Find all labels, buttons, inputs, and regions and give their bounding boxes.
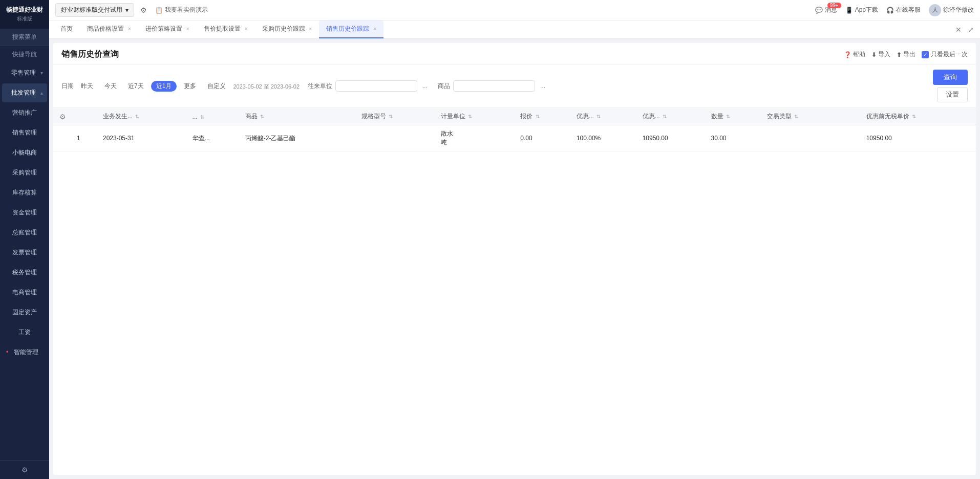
table-header-row: ⚙ 业务发生... ⇅ ... ⇅ 商品 ⇅ xyxy=(53,108,976,125)
message-button[interactable]: 💬 消息 99+ xyxy=(815,6,837,14)
sidebar-item-marketing[interactable]: 营销推广 xyxy=(2,103,47,122)
col-trade-type[interactable]: 交易类型 ⇅ xyxy=(762,108,841,125)
sidebar-quick-nav[interactable]: 快捷导航 xyxy=(0,46,49,63)
sort-icon-price: ⇅ xyxy=(536,114,540,119)
help-icon: ❓ xyxy=(844,51,851,58)
app-download-button[interactable]: 📱 App下载 xyxy=(845,6,878,14)
import-button[interactable]: ⬇ 导入 xyxy=(871,50,890,59)
tab-home[interactable]: 首页 xyxy=(53,20,80,38)
demo-icon: 📋 xyxy=(155,7,163,14)
sidebar-item-invoice[interactable]: 发票管理 xyxy=(2,243,47,262)
topbar-settings-icon[interactable]: ⚙ xyxy=(138,4,149,16)
content-area: 销售历史价查询 ❓ 帮助 ⬇ 导入 ⬆ 导出 ✓ 只看最后一次 xyxy=(53,43,976,475)
help-button[interactable]: ❓ 帮助 xyxy=(844,50,865,59)
date-filter-group: 日期 昨天 今天 近7天 近1月 更多 自定义 2023-05-02 至 202… xyxy=(61,81,300,92)
tab-price[interactable]: 商品价格设置 × xyxy=(80,20,138,38)
col-discount1[interactable]: 优惠... ⇅ xyxy=(571,108,637,125)
sidebar-item-assets[interactable]: 固定资产 xyxy=(2,303,47,322)
only-last-checkbox[interactable]: ✓ xyxy=(922,51,929,58)
date-btn-last1m[interactable]: 近1月 xyxy=(151,81,177,92)
from-unit-input[interactable] xyxy=(335,80,417,92)
sidebar-item-inventory[interactable]: 库存核算 xyxy=(2,183,47,202)
filter-settings-button[interactable]: 设置 xyxy=(937,87,968,102)
sidebar-item-purchase[interactable]: 采购管理 xyxy=(2,163,47,182)
col-biz-date[interactable]: 业务发生... ⇅ xyxy=(98,108,187,125)
tab-purchase-history[interactable]: 采购历史价跟踪 × xyxy=(255,20,319,38)
date-btn-today[interactable]: 今天 xyxy=(100,81,121,92)
page-actions: ❓ 帮助 ⬇ 导入 ⬆ 导出 ✓ 只看最后一次 xyxy=(844,50,968,59)
date-btn-more[interactable]: 更多 xyxy=(180,81,200,92)
sidebar-item-sales[interactable]: 销售管理 xyxy=(2,123,47,142)
row-discount2: 10950.00 xyxy=(637,125,706,151)
settings-icon[interactable]: ⚙ xyxy=(22,466,28,474)
date-btn-last7[interactable]: 近7天 xyxy=(124,81,148,92)
sidebar-item-retail[interactable]: 零售管理 ▾ xyxy=(2,63,47,82)
chevron-icon-wholesale: ▴ xyxy=(40,90,43,96)
user-menu[interactable]: 人 徐泽华修改 xyxy=(929,4,974,16)
col-pretax-price[interactable]: 优惠前无税单价 ⇅ xyxy=(861,108,976,125)
sidebar-item-finance[interactable]: 资金管理 xyxy=(2,203,47,222)
date-btn-yesterday[interactable]: 昨天 xyxy=(77,81,97,92)
table-gear-icon[interactable]: ⚙ xyxy=(59,113,66,121)
tab-close-sales-history[interactable]: × xyxy=(373,26,376,32)
row-biz-date: 2023-05-31 xyxy=(98,125,187,151)
sort-icon-quantity: ⇅ xyxy=(726,114,730,119)
sidebar-item-wholesale[interactable]: 批发管理 ▴ xyxy=(2,83,47,102)
sidebar: 畅捷通好业财 标准版 搜索菜单 快捷导航 零售管理 ▾ 批发管理 ▴ 营销推广 … xyxy=(0,0,49,479)
only-last-toggle[interactable]: ✓ 只看最后一次 xyxy=(922,50,968,59)
tab-close-purchase-history[interactable]: × xyxy=(309,26,312,32)
tab-close-sale-extract[interactable]: × xyxy=(245,26,248,32)
date-btn-custom[interactable]: 自定义 xyxy=(203,81,230,92)
chevron-icon-retail: ▾ xyxy=(40,70,43,76)
table-row: 1 2023-05-31 华查... 丙烯酸-2-乙基己酯 散水 吨 0.00 … xyxy=(53,125,976,151)
topbar: 好业财标准版交付试用 ▾ ⚙ 📋 我要看实例演示 💬 消息 99+ 📱 App下… xyxy=(49,0,980,20)
tab-sale-extract[interactable]: 售价提取设置 × xyxy=(197,20,255,38)
row-trade-type xyxy=(762,125,841,151)
online-service-button[interactable]: 🎧 在线客服 xyxy=(886,6,921,14)
product-more-btn[interactable]: ... xyxy=(538,81,547,91)
dropdown-icon: ▾ xyxy=(125,7,129,14)
date-range-display: 2023-05-02 至 2023-06-02 xyxy=(233,83,300,91)
col-price[interactable]: 报价 ⇅ xyxy=(515,108,571,125)
query-button[interactable]: 查询 xyxy=(933,70,968,85)
product-input[interactable] xyxy=(453,80,535,92)
tab-close-price[interactable]: × xyxy=(128,26,131,32)
topbar-right: 💬 消息 99+ 📱 App下载 🎧 在线客服 人 徐泽华修改 xyxy=(815,4,974,16)
sidebar-item-tax[interactable]: 税务管理 xyxy=(2,263,47,282)
from-unit-more-btn[interactable]: ... xyxy=(420,81,430,91)
col-quantity[interactable]: 数量 ⇅ xyxy=(706,108,762,125)
data-table: ⚙ 业务发生... ⇅ ... ⇅ 商品 ⇅ xyxy=(53,108,976,151)
tabs-right-controls: ✕ ⤢ xyxy=(953,24,980,36)
col-product[interactable]: 商品 ⇅ xyxy=(240,108,356,125)
tab-sales-history[interactable]: 销售历史价跟踪 × xyxy=(319,20,384,38)
sort-icon-discount2: ⇅ xyxy=(663,114,667,119)
sort-icon-pretax-price: ⇅ xyxy=(912,114,916,119)
tab-close-purchase-strategy[interactable]: × xyxy=(186,26,189,32)
product-filter-group: 商品 ... xyxy=(438,80,547,92)
row-price: 0.00 xyxy=(515,125,571,151)
row-unit: 散水 吨 xyxy=(436,125,515,151)
sidebar-item-xiaochang[interactable]: 小畅电商 xyxy=(2,143,47,162)
sort-icon-more: ⇅ xyxy=(200,114,204,120)
sidebar-item-payroll[interactable]: 工资 xyxy=(2,323,47,342)
col-spec[interactable]: 规格型号 ⇅ xyxy=(356,108,436,125)
col-more[interactable]: ... ⇅ xyxy=(187,108,240,125)
sort-icon-trade-type: ⇅ xyxy=(794,114,798,119)
sidebar-item-ai[interactable]: 智能管理 xyxy=(2,343,47,362)
col-discount2[interactable]: 优惠... ⇅ xyxy=(637,108,706,125)
demo-link[interactable]: 📋 我要看实例演示 xyxy=(155,6,208,14)
message-icon: 💬 xyxy=(815,7,823,14)
page-header: 销售历史价查询 ❓ 帮助 ⬇ 导入 ⬆ 导出 ✓ 只看最后一次 xyxy=(53,43,976,64)
col-unit[interactable]: 计量单位 ⇅ xyxy=(436,108,515,125)
sidebar-item-ledger[interactable]: 总账管理 xyxy=(2,223,47,242)
page-title: 销售历史价查询 xyxy=(61,49,119,60)
sidebar-item-ecom[interactable]: 电商管理 xyxy=(2,283,47,302)
row-product: 丙烯酸-2-乙基己酯 xyxy=(240,125,356,151)
tab-expand-button[interactable]: ⤢ xyxy=(966,24,976,36)
col-spacer xyxy=(841,108,861,125)
tab-purchase-strategy[interactable]: 进价策略设置 × xyxy=(138,20,197,38)
company-selector[interactable]: 好业财标准版交付试用 ▾ xyxy=(55,3,134,17)
tab-close-window-button[interactable]: ✕ xyxy=(953,24,964,36)
export-button[interactable]: ⬆ 导出 xyxy=(897,50,915,59)
sidebar-search[interactable]: 搜索菜单 xyxy=(0,29,49,46)
